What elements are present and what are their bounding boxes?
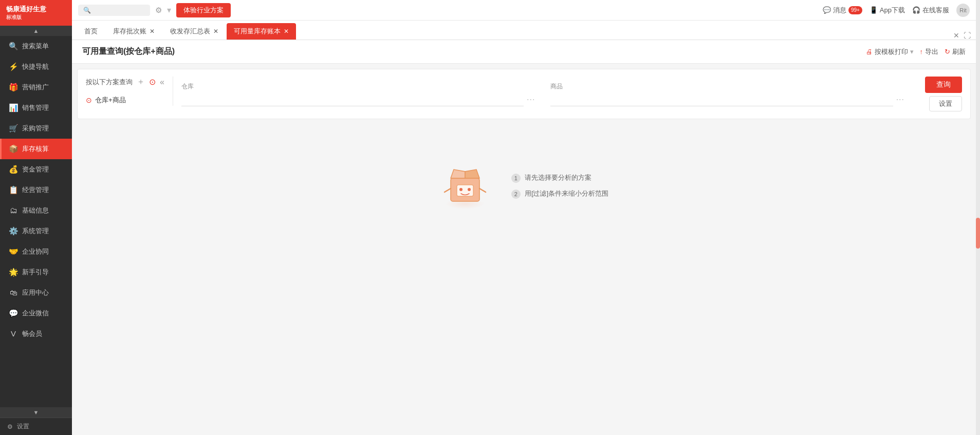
sidebar-item-enterprise[interactable]: 🤝 企业协同: [0, 241, 72, 262]
topbar-actions: 💬 消息 99+ 📱 App下载 🎧 在线客服 Rit: [823, 4, 970, 17]
print-chevron-icon: ▾: [910, 48, 914, 55]
page-actions: 🖨 按模板打印 ▾ ↑ 导出 ↻ 刷新: [866, 47, 966, 56]
goods-input[interactable]: [550, 93, 893, 106]
topbar-search[interactable]: 🔍: [78, 5, 150, 16]
folder-icon: 🗂: [9, 206, 18, 215]
warehouse-input[interactable]: [181, 93, 524, 106]
topbar-gear-icon[interactable]: ⚙: [155, 6, 162, 15]
empty-illustration: [439, 160, 491, 212]
tip-text-1: 请先选择要分析的方案: [525, 173, 591, 182]
appstore-icon: 🛍: [9, 288, 18, 297]
content-area: 可用量查询(按仓库+商品) 🖨 按模板打印 ▾ ↑ 导出 ↻ 刷新: [72, 40, 976, 435]
sidebar-item-label-system: 系统管理: [22, 226, 49, 236]
app-download-label: App下载: [880, 6, 905, 15]
sidebar-item-system[interactable]: ⚙️ 系统管理: [0, 221, 72, 241]
sidebar-item-label-base-info: 基础信息: [22, 206, 49, 215]
sidebar-item-label-enterprise: 企业协同: [22, 247, 49, 256]
online-service-button[interactable]: 🎧 在线客服: [912, 6, 949, 15]
sidebar-item-wechat[interactable]: 💬 企业微信: [0, 303, 72, 324]
scheme-item-warehouse-goods[interactable]: ⊙ 仓库+商品: [86, 94, 164, 106]
handshake-icon: 🤝: [9, 247, 18, 256]
sidebar-item-newcomer[interactable]: 🌟 新手引导: [0, 262, 72, 282]
sidebar-item-finance[interactable]: 💰 资金管理: [0, 159, 72, 180]
goods-more-icon[interactable]: ···: [896, 95, 904, 104]
page-title: 可用量查询(按仓库+商品): [82, 46, 175, 57]
scrollbar-thumb[interactable]: [976, 218, 980, 249]
sidebar-settings[interactable]: ⚙ 设置: [0, 418, 72, 435]
empty-tip-2: 2 用[过滤]条件来缩小分析范围: [511, 189, 608, 199]
sidebar-item-label-newcomer: 新手引导: [22, 268, 49, 277]
export-button[interactable]: ↑ 导出: [920, 47, 939, 56]
message-label: 消息: [833, 6, 846, 15]
clipboard-icon: 📋: [9, 185, 18, 195]
print-icon: 🖨: [866, 48, 873, 55]
svg-point-3: [459, 188, 463, 191]
sidebar-item-label-search: 搜索菜单: [22, 42, 49, 51]
query-button[interactable]: 查询: [925, 77, 962, 93]
sidebar-item-marketing[interactable]: 🎁 营销推广: [0, 77, 72, 98]
tab-batch-account-close[interactable]: ✕: [150, 28, 155, 35]
maximize-icon[interactable]: ⛶: [964, 31, 971, 40]
empty-tip-1: 1 请先选择要分析的方案: [511, 173, 608, 183]
tab-receipt-summary-close[interactable]: ✕: [213, 28, 218, 35]
scheme-label: 仓库+商品: [95, 96, 126, 105]
sidebar-item-operations[interactable]: 📋 经营管理: [0, 180, 72, 200]
collapse-scheme-button[interactable]: «: [160, 78, 164, 87]
scheme-icon: ⊙: [86, 96, 92, 104]
tab-receipt-summary[interactable]: 收发存汇总表 ✕: [163, 23, 226, 40]
tab-home[interactable]: 首页: [77, 23, 105, 40]
app-download-button[interactable]: 📱 App下载: [870, 6, 905, 15]
print-button[interactable]: 🖨 按模板打印 ▾: [866, 47, 914, 56]
message-button[interactable]: 💬 消息 99+: [823, 6, 862, 15]
settings-button[interactable]: 设置: [929, 96, 962, 111]
svg-point-4: [468, 188, 471, 191]
empty-state: 1 请先选择要分析的方案 2 用[过滤]条件来缩小分析范围: [72, 119, 976, 253]
sidebar-nav: 🔍 搜索菜单 ⚡ 快捷导航 🎁 营销推广 📊 销售管理 🛒 采购管理 📦 库存核…: [0, 36, 72, 407]
topbar-chevron-icon[interactable]: ▾: [167, 5, 171, 15]
sidebar-item-member[interactable]: V 畅会员: [0, 324, 72, 344]
goods-field: 商品 ···: [550, 82, 904, 106]
svg-line-5: [445, 188, 451, 192]
sidebar-item-inventory[interactable]: 📦 库存核算: [0, 139, 72, 159]
sidebar-item-label-finance: 资金管理: [22, 165, 49, 174]
sidebar-item-search[interactable]: 🔍 搜索菜单: [0, 36, 72, 56]
sidebar-item-sales[interactable]: 📊 销售管理: [0, 98, 72, 118]
sidebar-item-label-purchase: 采购管理: [22, 124, 49, 133]
query-btn-area: 查询 设置: [920, 77, 962, 111]
vip-icon: V: [9, 329, 18, 338]
headset-icon: 🎧: [912, 6, 920, 14]
topbar: 🔍 ⚙ ▾ 体验行业方案 💬 消息 99+ 📱 App下载 🎧 在线客服 Rit: [72, 0, 976, 21]
refresh-label: 刷新: [952, 47, 966, 56]
sidebar-item-label-wechat: 企业微信: [22, 309, 49, 318]
sidebar-settings-label: 设置: [17, 422, 29, 431]
tab-available-qty-close[interactable]: ✕: [284, 28, 289, 35]
settings-scheme-button[interactable]: ⊙: [149, 77, 156, 87]
sidebar-item-base-info[interactable]: 🗂 基础信息: [0, 200, 72, 221]
close-window-icon[interactable]: ✕: [953, 31, 959, 40]
tab-available-qty[interactable]: 可用量库存账本 ✕: [227, 23, 296, 40]
sidebar-item-quick-nav[interactable]: ⚡ 快捷导航: [0, 56, 72, 77]
filter-fields: 仓库 ··· 商品 ··· 查询: [181, 77, 962, 111]
sidebar-item-label-inventory: 库存核算: [22, 144, 49, 154]
sidebar-item-label-member: 畅会员: [22, 329, 42, 338]
flash-icon: ⚡: [9, 62, 18, 71]
sidebar-item-purchase[interactable]: 🛒 采购管理: [0, 118, 72, 139]
tab-batch-account[interactable]: 库存批次账 ✕: [106, 23, 162, 40]
main-area: 🔍 ⚙ ▾ 体验行业方案 💬 消息 99+ 📱 App下载 🎧 在线客服 Rit: [72, 0, 976, 435]
sidebar-item-appstore[interactable]: 🛍 应用中心: [0, 282, 72, 303]
sidebar-logo: 畅康通好生意 标准版: [0, 0, 72, 26]
refresh-button[interactable]: ↻ 刷新: [945, 47, 966, 56]
sidebar-scroll-up[interactable]: ▲: [0, 26, 72, 36]
add-scheme-button[interactable]: ＋: [137, 77, 145, 87]
right-scrollbar[interactable]: [976, 0, 980, 435]
trial-button[interactable]: 体验行业方案: [176, 3, 231, 17]
tip-num-2: 2: [511, 190, 521, 199]
message-badge: 99+: [848, 6, 862, 14]
sidebar-scroll-down[interactable]: ▼: [0, 407, 72, 418]
warehouse-more-icon[interactable]: ···: [527, 95, 535, 104]
gear-icon: ⚙️: [9, 226, 18, 236]
user-avatar[interactable]: Rit: [956, 4, 970, 17]
logo-line1: 畅康通好生意: [6, 5, 66, 14]
warehouse-field: 仓库 ···: [181, 82, 535, 106]
tab-batch-account-label: 库存批次账: [113, 27, 146, 36]
